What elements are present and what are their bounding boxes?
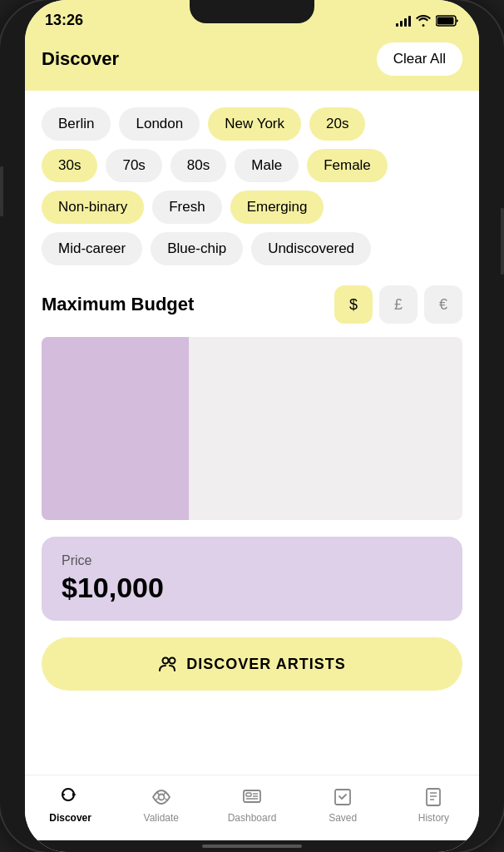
tag-70s[interactable]: 70s [106,149,161,182]
tag-80s[interactable]: 80s [170,149,226,182]
tag-20s[interactable]: 20s [309,107,365,141]
status-icons [396,15,459,27]
tag-mid-career[interactable]: Mid-career [42,232,142,265]
price-value: $10,000 [62,572,442,604]
svg-point-2 [163,658,169,664]
battery-icon [436,15,459,27]
budget-slider[interactable] [42,337,462,520]
clear-all-button[interactable]: Clear All [377,42,462,76]
tag-new-york[interactable]: New York [208,107,301,141]
svg-rect-5 [62,794,65,795]
nav-label-validate: Validate [144,812,179,824]
svg-rect-13 [427,789,440,805]
nav-label-discover: Discover [49,812,91,824]
filter-row-2: 30s 70s 80s Male Female [42,149,462,182]
tag-blue-chip[interactable]: Blue-chip [151,232,243,265]
signal-icon [396,15,411,27]
nav-item-validate[interactable]: Validate [116,785,206,824]
page-title: Discover [42,48,119,70]
phone-screen: 13:26 [25,0,479,852]
filter-section: Berlin London New York 20s 30s 70s 80s M… [42,107,462,265]
tag-non-binary[interactable]: Non-binary [42,191,144,224]
history-nav-icon [422,785,445,809]
svg-point-3 [170,658,175,664]
currency-options: $ £ € [334,285,462,324]
slider-fill [42,337,189,520]
filter-row-1: Berlin London New York 20s [42,107,462,141]
tag-undiscovered[interactable]: Undiscovered [251,232,371,265]
header: Discover Clear All [25,36,479,91]
wifi-icon [415,15,432,27]
main-content: Berlin London New York 20s 30s 70s 80s M… [25,91,479,775]
volume-button [0,166,3,216]
tag-30s[interactable]: 30s [42,149,97,182]
svg-rect-1 [437,17,454,24]
notch [190,0,314,23]
nav-item-saved[interactable]: Saved [298,785,388,824]
tag-female[interactable]: Female [307,149,388,182]
filter-row-3: Non-binary Fresh Emerging [42,191,462,224]
currency-dollar[interactable]: $ [334,285,373,324]
bottom-nav: Discover Validate [25,775,479,840]
nav-item-discover[interactable]: Discover [25,785,116,824]
price-card: Price $10,000 [42,537,462,621]
tag-fresh[interactable]: Fresh [152,191,221,224]
tag-male[interactable]: Male [235,149,299,182]
nav-label-dashboard: Dashboard [228,812,277,824]
tag-emerging[interactable]: Emerging [230,191,324,224]
phone-frame: 13:26 [0,0,504,852]
filter-row-4: Mid-career Blue-chip Undiscovered [42,232,462,265]
budget-label: Maximum Budget [42,294,194,315]
power-button [501,208,504,275]
svg-rect-8 [246,793,251,796]
home-indicator [25,840,479,852]
currency-euro[interactable]: € [424,285,462,324]
discover-artists-label: DISCOVER ARTISTS [186,656,345,673]
nav-label-history: History [418,812,449,824]
discover-artists-icon [158,654,178,674]
discover-nav-icon [59,785,82,809]
saved-nav-icon [331,785,354,809]
nav-item-dashboard[interactable]: Dashboard [206,785,297,824]
budget-header: Maximum Budget $ £ € [42,285,462,324]
nav-item-history[interactable]: History [388,785,479,824]
home-bar [202,845,302,848]
discover-artists-button[interactable]: DISCOVER ARTISTS [42,637,462,691]
tag-london[interactable]: London [119,107,200,141]
validate-nav-icon [150,785,173,809]
budget-section: Maximum Budget $ £ € [42,285,462,520]
status-time: 13:26 [45,12,83,29]
currency-pound[interactable]: £ [379,285,418,324]
price-label: Price [62,553,442,568]
svg-point-6 [158,795,164,800]
dashboard-nav-icon [240,785,264,809]
nav-label-saved: Saved [329,812,357,824]
tag-berlin[interactable]: Berlin [42,107,111,141]
